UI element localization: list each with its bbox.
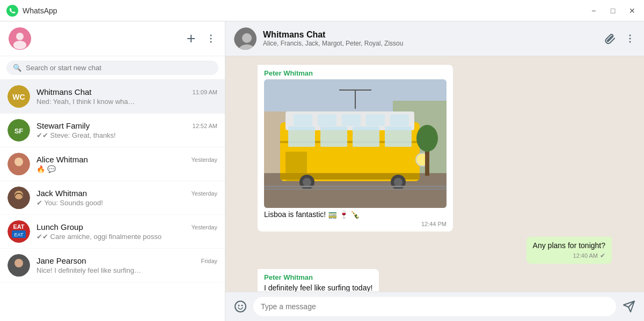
message-input-area [225, 292, 644, 321]
new-chat-button[interactable] [185, 33, 197, 44]
message-2: Any plans for tonight? 12:40 AM ✔ [526, 237, 612, 264]
svg-rect-47 [385, 126, 412, 147]
svg-rect-40 [342, 114, 361, 126]
svg-point-27 [242, 33, 252, 43]
svg-point-60 [416, 125, 438, 152]
svg-point-2 [16, 33, 24, 40]
chat-menu-button[interactable] [625, 33, 635, 44]
emoji-button[interactable] [234, 300, 247, 313]
search-input[interactable] [26, 64, 212, 72]
avatar-lunch-group: EAT EAT [8, 220, 30, 243]
maximize-button[interactable]: □ [608, 5, 618, 16]
svg-point-14 [14, 158, 23, 166]
chat-header-members: Alice, Francis, Jack, Margot, Peter, Roy… [263, 40, 598, 47]
chat-name: Alice Whitman [36, 155, 88, 164]
msg-time-1: 12:44 PM [421, 221, 447, 227]
chat-item-whitmans-chat[interactable]: WC Whitmans Chat 11:09 AM Ned: Yeah, I t… [0, 80, 225, 114]
chat-name: Whitmans Chat [36, 87, 92, 96]
chat-item-lunch-group[interactable]: EAT EAT Lunch Group Yesterday ✔✔ Care am… [0, 215, 225, 249]
svg-text:SF: SF [14, 127, 24, 135]
chat-time: 11:09 AM [193, 89, 217, 95]
message-3: Peter Whitman I definitely feel like sur… [258, 269, 379, 292]
message-input-wrapper[interactable] [253, 297, 616, 316]
svg-point-30 [630, 38, 631, 40]
svg-point-24 [14, 259, 23, 267]
tram-illustration [264, 79, 447, 208]
user-avatar[interactable] [9, 27, 31, 50]
chat-time: 12:52 AM [193, 123, 217, 129]
search-input-wrapper[interactable]: 🔍 [6, 61, 218, 75]
avatar-alice-whitman [8, 153, 30, 175]
chat-time: Yesterday [191, 156, 217, 163]
chat-preview: Nice! I definitely feel like surfing… [36, 266, 217, 274]
svg-point-62 [238, 305, 240, 307]
close-button[interactable]: ✕ [627, 5, 638, 16]
message-1: Peter Whitman [258, 65, 453, 232]
svg-point-0 [6, 5, 18, 17]
svg-rect-42 [390, 114, 409, 126]
svg-point-3 [13, 41, 26, 49]
chat-name: Stewart Family [36, 121, 90, 130]
chat-info-stewart: Stewart Family 12:52 AM ✔✔ Steve: Great,… [36, 121, 217, 139]
svg-rect-45 [320, 126, 347, 147]
svg-point-51 [303, 178, 311, 186]
search-icon: 🔍 [13, 64, 21, 72]
messages-area: Peter Whitman [225, 56, 644, 292]
chat-name: Jack Whitman [36, 189, 87, 198]
svg-point-31 [630, 41, 631, 43]
chat-info-alice: Alice Whitman Yesterday 🔥 💬 [36, 155, 217, 173]
chat-name: Lunch Group [36, 222, 83, 232]
app-title: WhatsApp [23, 6, 588, 15]
chat-preview: ✔✔ Steve: Great, thanks! [36, 131, 217, 139]
svg-point-8 [210, 41, 212, 43]
chat-time: Friday [201, 258, 217, 264]
avatar-whitmans-chat: WC [8, 85, 30, 108]
msg-sender-3: Peter Whitman [264, 273, 372, 281]
chat-preview: Ned: Yeah, I think I know wha… [36, 98, 217, 106]
menu-button[interactable] [206, 33, 216, 44]
attach-button[interactable] [604, 33, 616, 44]
message-input[interactable] [261, 302, 609, 311]
avatar-jane-pearson [8, 254, 30, 277]
chat-time: Yesterday [191, 224, 217, 230]
msg-text-1: Lisboa is fantastic! 🚃 🍷 🍾 [264, 210, 447, 219]
svg-point-7 [210, 38, 212, 40]
minimize-button[interactable]: − [588, 5, 599, 16]
sidebar-header [0, 21, 225, 56]
window-controls: − □ ✕ [588, 5, 638, 16]
chat-info-jack: Jack Whitman Yesterday ✔ You: Sounds goo… [36, 189, 217, 207]
chat-info-whitmans: Whitmans Chat 11:09 AM Ned: Yeah, I thin… [36, 87, 217, 106]
chat-time: Yesterday [191, 190, 217, 197]
svg-rect-46 [353, 126, 379, 147]
svg-point-53 [394, 178, 402, 186]
titlebar: WhatsApp − □ ✕ [0, 0, 644, 21]
svg-text:EAT: EAT [13, 223, 24, 230]
chat-item-alice-whitman[interactable]: Alice Whitman Yesterday 🔥 💬 [0, 147, 225, 181]
chat-header-avatar[interactable] [234, 27, 257, 50]
chat-info-lunch: Lunch Group Yesterday ✔✔ Care amiche, og… [36, 222, 217, 241]
chat-item-jane-pearson[interactable]: Jane Pearson Friday Nice! I definitely f… [0, 249, 225, 282]
avatar-jack-whitman [8, 186, 30, 209]
chat-list: WC Whitmans Chat 11:09 AM Ned: Yeah, I t… [0, 80, 225, 321]
chat-item-jack-whitman[interactable]: Jack Whitman Yesterday ✔ You: Sounds goo… [0, 181, 225, 215]
chat-header: Whitmans Chat Alice, Francis, Jack, Marg… [225, 21, 644, 56]
app-body: 🔍 WC Whitmans Chat [0, 21, 644, 321]
chat-preview: ✔ You: Sounds good! [36, 199, 217, 207]
svg-rect-41 [366, 114, 385, 126]
svg-rect-39 [318, 114, 336, 126]
msg-meta-2: 12:40 AM ✔ [533, 252, 605, 259]
whatsapp-logo-icon [6, 5, 18, 17]
svg-point-29 [630, 35, 631, 36]
msg-check-2: ✔ [600, 252, 605, 259]
sidebar-actions [185, 33, 216, 44]
send-button[interactable] [623, 300, 635, 313]
chat-header-info: Whitmans Chat Alice, Francis, Jack, Marg… [263, 30, 598, 47]
chat-item-stewart-family[interactable]: SF Stewart Family 12:52 AM ✔✔ Steve: Gre… [0, 114, 225, 147]
avatar-stewart-family: SF [8, 119, 30, 141]
chat-header-actions [604, 33, 635, 44]
msg-meta-1: 12:44 PM [264, 221, 447, 227]
svg-point-61 [235, 301, 246, 312]
msg-image-1 [264, 79, 447, 208]
sidebar: 🔍 WC Whitmans Chat [0, 21, 225, 321]
svg-point-63 [241, 305, 243, 307]
